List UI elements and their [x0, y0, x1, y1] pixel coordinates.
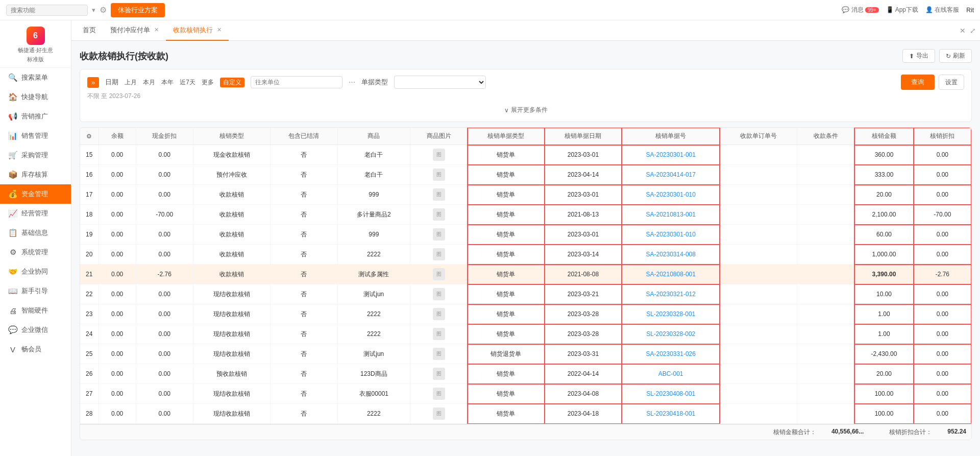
bill-no-link[interactable]: SL-20230408-001 [646, 390, 695, 397]
tab-writeoff-close[interactable]: ✕ [217, 27, 222, 33]
cell-bill-no: SA-20230314-008 [622, 245, 720, 265]
cell-writeoff-type: 现金收款核销 [193, 145, 270, 165]
table-row: 25 0.00 0.00 现结收款核销 否 测试jun 图 销货退货单 2023… [80, 344, 971, 364]
bill-no-link[interactable]: SA-20210813-001 [646, 211, 695, 218]
dropdown-icon[interactable]: ▾ [92, 6, 95, 14]
cell-include-cleared: 否 [270, 284, 337, 304]
sidebar-item-member[interactable]: V 畅会员 [0, 340, 71, 359]
bill-no-link[interactable]: SA-20230331-026 [646, 350, 695, 357]
bill-no-link[interactable]: SA-20230321-012 [646, 291, 695, 298]
cell-cash-discount: 0.00 [136, 185, 193, 205]
filter-expand-btn[interactable]: » [87, 77, 99, 88]
date-this-year[interactable]: 本年 [161, 78, 174, 87]
solution-button[interactable]: 休验行业方案 [111, 3, 165, 17]
home-icon: 🏠 [8, 92, 17, 102]
bill-no-link[interactable]: SA-20230301-001 [646, 151, 695, 158]
cell-writeoff-amount: 2,100.00 [854, 205, 914, 225]
sidebar-item-nav[interactable]: 🏠 快捷导航 [0, 87, 71, 107]
sidebar-item-marketing[interactable]: 📢 营销推广 [0, 107, 71, 126]
cell-receipt-cond [797, 324, 854, 344]
sidebar-item-inventory[interactable]: 📦 库存核算 [0, 165, 71, 184]
bill-no-link[interactable]: ABC-001 [658, 370, 683, 377]
cell-writeoff-discount: 0.00 [914, 225, 971, 245]
export-button[interactable]: ⬆ 导出 [902, 49, 935, 63]
sidebar-item-sales[interactable]: 📊 销售管理 [0, 126, 71, 146]
cell-balance: 0.00 [99, 344, 136, 364]
sidebar-item-operation[interactable]: 📈 经营管理 [0, 204, 71, 223]
bill-no-link[interactable]: SA-20230301-010 [646, 191, 695, 198]
sidebar-item-label: 营销推广 [21, 112, 48, 121]
date-7days[interactable]: 近7天 [180, 78, 195, 87]
sidebar-item-purchase[interactable]: 🛒 采购管理 [0, 146, 71, 165]
bill-no-link[interactable]: SA-20230314-008 [646, 251, 695, 258]
cell-bill-date: 2021-08-08 [545, 265, 622, 284]
system-icon: ⚙ [8, 248, 17, 257]
logo-sub: 标准版 [27, 56, 44, 63]
sidebar-item-label: 智能硬件 [21, 306, 48, 315]
tab-prepay-close[interactable]: ✕ [154, 27, 159, 33]
cell-bill-no: SL-20230328-001 [622, 304, 720, 324]
cell-receipt-cond [797, 284, 854, 304]
online-service-link[interactable]: 👤 在线客服 [925, 6, 959, 14]
th-writeoff-type: 核销类型 [193, 128, 270, 145]
tab-home[interactable]: 首页 [76, 20, 103, 41]
refresh-button[interactable]: ↻ 刷新 [939, 49, 972, 63]
cell-receipt-order [720, 344, 797, 364]
date-more[interactable]: 更多 [202, 78, 214, 87]
sidebar-item-basic[interactable]: 📋 基础信息 [0, 223, 71, 243]
bill-no-link[interactable]: SA-20230414-017 [646, 171, 695, 178]
sidebar-item-system[interactable]: ⚙ 系统管理 [0, 243, 71, 262]
cell-writeoff-amount: -2,430.00 [854, 344, 914, 364]
th-settings[interactable]: ⚙ [80, 128, 99, 145]
gear-icon[interactable]: ⚙ [100, 5, 107, 15]
cell-writeoff-discount: 0.00 [914, 304, 971, 324]
member-icon: V [8, 345, 17, 354]
bill-no-link[interactable]: SL-20230328-002 [646, 330, 695, 338]
filter-bar: » 日期 上月 本月 本年 近7天 更多 自定义 ··· 单据类型 查询 [80, 69, 972, 122]
sidebar-item-wechat[interactable]: 💬 企业微信 [0, 320, 71, 340]
tab-writeoff[interactable]: 收款核销执行 ✕ [166, 20, 229, 41]
message-icon[interactable]: 💬 消息 99+ [842, 6, 879, 14]
top-bar-left: ▾ ⚙ 休验行业方案 [6, 3, 837, 17]
cell-goods: 测试多属性 [337, 265, 410, 284]
app-download-link[interactable]: 📱 App下载 [886, 6, 918, 14]
cell-no: 15 [80, 145, 99, 165]
cell-writeoff-type: 收款核销 [193, 245, 270, 265]
sidebar-item-guide[interactable]: 📖 新手引导 [0, 281, 71, 301]
table-row: 24 0.00 0.00 现结收款核销 否 2222 图 销货单 2023-03… [80, 324, 971, 344]
sidebar-item-collab[interactable]: 🤝 企业协同 [0, 262, 71, 281]
cell-no: 25 [80, 344, 99, 364]
date-this-month[interactable]: 本月 [143, 78, 155, 87]
bill-type-select[interactable] [394, 76, 486, 89]
sidebar-item-hardware[interactable]: 🖨 智能硬件 [0, 301, 71, 320]
top-search-input[interactable] [6, 5, 88, 16]
sidebar-item-search[interactable]: 🔍 搜索菜单 [0, 68, 71, 87]
tab-close-window-icon[interactable]: ✕ [960, 27, 966, 35]
bill-no-link[interactable]: SL-20230328-001 [646, 310, 695, 318]
cell-receipt-order [720, 225, 797, 245]
user-name: Rit [966, 7, 974, 14]
bill-no-link[interactable]: SA-20210808-001 [646, 271, 695, 278]
cell-include-cleared: 否 [270, 404, 337, 424]
th-bill-no: 核销单据号 [622, 128, 720, 145]
page-actions: ⬆ 导出 ↻ 刷新 [902, 49, 972, 63]
footer-discount-value: 952.24 [947, 428, 966, 437]
cell-writeoff-amount: 3,390.00 [854, 265, 914, 284]
query-button[interactable]: 查询 [901, 75, 935, 90]
partner-input[interactable] [251, 76, 342, 88]
partner-more-icon[interactable]: ··· [349, 78, 355, 87]
date-last-month[interactable]: 上月 [125, 78, 137, 87]
column-settings-icon[interactable]: ⚙ [86, 133, 92, 140]
cell-receipt-order [720, 284, 797, 304]
bill-no-link[interactable]: SL-20230418-001 [646, 410, 695, 417]
date-custom-btn[interactable]: 自定义 [220, 78, 244, 87]
bill-no-link[interactable]: SA-20230301-010 [646, 231, 695, 238]
setting-button[interactable]: 设置 [939, 75, 964, 90]
data-table-wrap: ⚙ 余额 现金折扣 核销类型 包含已结清 商品 商品图片 核销单据类型 核销单据… [80, 127, 972, 440]
sidebar-item-finance[interactable]: 💰 资金管理 [0, 184, 71, 204]
tab-prepay[interactable]: 预付冲应付单 ✕ [103, 20, 166, 41]
cell-writeoff-discount: 0.00 [914, 364, 971, 384]
expand-more-bar[interactable]: ∨ 展开更多条件 [87, 104, 964, 116]
tab-maximize-icon[interactable]: ⤢ [970, 27, 976, 35]
cell-goods-image: 图 [410, 205, 468, 225]
